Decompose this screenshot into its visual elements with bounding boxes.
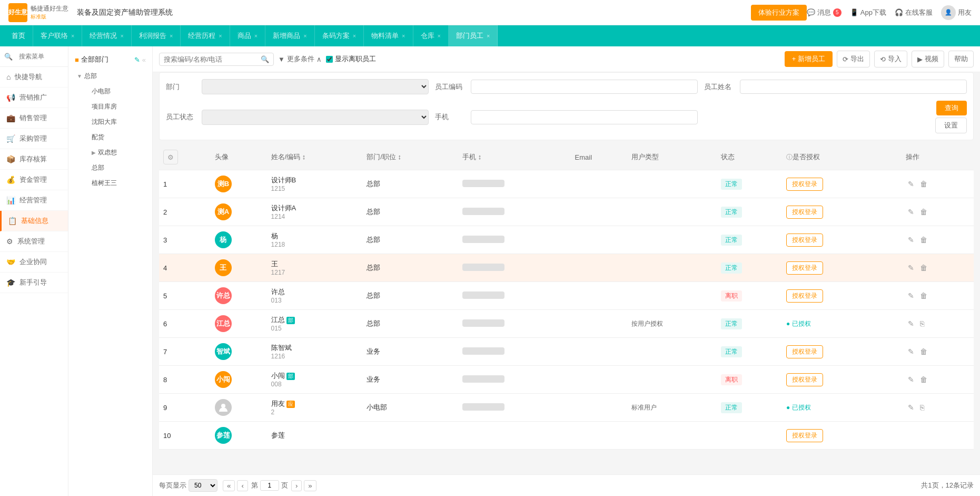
online-service-button[interactable]: 🎧 在线客服: [895, 8, 933, 17]
next-page-button[interactable]: ›: [291, 480, 302, 491]
sidebar-item-sales[interactable]: 💼 销售管理: [0, 108, 68, 129]
tab-history[interactable]: 经营历程×: [181, 25, 230, 46]
close-icon[interactable]: ×: [438, 33, 441, 39]
first-page-button[interactable]: «: [223, 480, 235, 491]
delete-button[interactable]: 🗑: [918, 374, 929, 385]
phone-input[interactable]: [471, 110, 698, 124]
sidebar-item-collab[interactable]: 🤝 企业协同: [0, 252, 68, 273]
sidebar-item-purchase[interactable]: 🛒 采购管理: [0, 129, 68, 149]
delete-button[interactable]: 🗑: [918, 179, 929, 189]
dept-select[interactable]: [202, 79, 429, 94]
app-download-button[interactable]: 📱 App下载: [850, 8, 886, 17]
tab-employee[interactable]: 部门员工×: [449, 25, 498, 46]
dept-item-general[interactable]: ▼总部: [68, 69, 152, 84]
dept-edit-icon[interactable]: ✎: [134, 56, 140, 64]
close-icon[interactable]: ×: [254, 33, 258, 39]
export-button[interactable]: ⟳ 导出: [837, 51, 870, 67]
last-page-button[interactable]: »: [304, 480, 316, 491]
tab-goods[interactable]: 商品×: [230, 25, 265, 46]
close-icon[interactable]: ×: [487, 33, 490, 39]
message-button[interactable]: 💬 消息 5: [807, 8, 842, 17]
copy-button[interactable]: ⎘: [918, 402, 926, 413]
auth-button[interactable]: 授权登录: [786, 429, 823, 442]
sidebar-item-guide[interactable]: 🎓 新手引导: [0, 273, 68, 293]
user-menu[interactable]: 👤 用友: [941, 5, 972, 20]
close-icon[interactable]: ×: [120, 33, 123, 39]
dept-item-small-elec[interactable]: 小电部: [83, 84, 152, 99]
sidebar-item-operations[interactable]: 📊 经营管理: [0, 190, 68, 211]
add-employee-button[interactable]: + 新增员工: [785, 51, 833, 67]
edit-button[interactable]: ✎: [906, 374, 916, 385]
tab-profit[interactable]: 利润报告×: [132, 25, 181, 46]
delete-button[interactable]: 🗑: [918, 290, 929, 301]
sidebar-item-marketing[interactable]: 📢 营销推广: [0, 87, 68, 108]
tab-add-goods[interactable]: 新增商品×: [265, 25, 314, 46]
show-resigned-checkbox[interactable]: [326, 56, 333, 63]
page-size-select[interactable]: 10 20 50 100: [189, 479, 217, 492]
auth-button[interactable]: 授权登录: [786, 206, 823, 219]
tab-bom[interactable]: 物料清单×: [364, 25, 413, 46]
prev-page-button[interactable]: ‹: [237, 480, 248, 491]
dept-collapse-icon[interactable]: «: [142, 56, 146, 64]
auth-button[interactable]: 授权登录: [786, 345, 823, 358]
sidebar-item-quicknav[interactable]: ⌂ 快捷导航: [0, 67, 68, 87]
tab-customer[interactable]: 客户联络×: [33, 25, 82, 46]
dept-item-shenyang[interactable]: 沈阳大库: [83, 114, 152, 130]
dept-item-dual[interactable]: ▶双虑想: [83, 145, 152, 160]
delete-button[interactable]: 🗑: [918, 207, 929, 217]
reset-button[interactable]: 设置: [935, 118, 967, 133]
edit-button[interactable]: ✎: [906, 318, 916, 329]
edit-button[interactable]: ✎: [906, 235, 916, 245]
trial-button[interactable]: 体验行业方案: [751, 5, 807, 21]
edit-button[interactable]: ✎: [906, 402, 916, 413]
sidebar-item-basic[interactable]: 📋 基础信息: [0, 211, 68, 231]
auth-button[interactable]: 授权登录: [786, 178, 823, 191]
edit-button[interactable]: ✎: [906, 207, 916, 217]
col-dept[interactable]: 部门/职位 ↕: [362, 144, 458, 170]
help-button[interactable]: 帮助: [948, 51, 974, 67]
close-icon[interactable]: ×: [353, 33, 356, 39]
auth-button[interactable]: 授权登录: [786, 289, 823, 303]
sidebar-item-inventory[interactable]: 📦 库存核算: [0, 149, 68, 170]
close-icon[interactable]: ×: [219, 33, 222, 39]
close-icon[interactable]: ×: [303, 33, 306, 39]
edit-button[interactable]: ✎: [906, 179, 916, 189]
auth-button[interactable]: 授权登录: [786, 234, 823, 247]
search-input[interactable]: [164, 55, 259, 63]
sidebar-item-finance[interactable]: 💰 资金管理: [0, 170, 68, 190]
delete-button[interactable]: 🗑: [918, 235, 929, 245]
sidebar-item-system[interactable]: ⚙ 系统管理: [0, 231, 68, 252]
show-resigned-toggle[interactable]: 显示离职员工: [326, 54, 376, 64]
edit-button[interactable]: ✎: [906, 262, 916, 273]
dept-item-project[interactable]: 项目库房: [83, 99, 152, 114]
auth-button[interactable]: 授权登录: [786, 373, 823, 386]
tab-business[interactable]: 经营情况×: [82, 25, 131, 46]
emp-code-input[interactable]: [471, 80, 698, 94]
auth-button[interactable]: 授权登录: [786, 261, 823, 275]
edit-button[interactable]: ✎: [906, 346, 916, 357]
emp-name-input[interactable]: [740, 80, 967, 94]
dept-item-hq[interactable]: 总部: [83, 160, 152, 176]
delete-button[interactable]: 🗑: [918, 262, 929, 273]
col-phone[interactable]: 手机 ↕: [458, 144, 570, 170]
tab-barcode[interactable]: 条码方案×: [315, 25, 364, 46]
view-button[interactable]: ▶ 视频: [912, 51, 944, 67]
tab-home[interactable]: 首页: [4, 25, 33, 46]
import-button[interactable]: ⟲ 导入: [874, 51, 907, 67]
search-button[interactable]: 查询: [936, 101, 967, 115]
sidebar-search-input[interactable]: [15, 51, 64, 62]
col-name[interactable]: 姓名/编码 ↕: [267, 144, 363, 170]
delete-button[interactable]: 🗑: [918, 346, 929, 357]
column-settings-icon[interactable]: ⚙: [163, 150, 178, 164]
page-number-input[interactable]: [260, 480, 279, 491]
status-select[interactable]: [202, 110, 429, 125]
auth-info-icon[interactable]: ⓘ: [786, 153, 793, 161]
edit-button[interactable]: ✎: [906, 290, 916, 301]
dept-item-distribution[interactable]: 配货: [83, 130, 152, 145]
tab-warehouse[interactable]: 仓库×: [413, 25, 449, 46]
copy-button[interactable]: ⎘: [918, 318, 926, 329]
more-filters-button[interactable]: ▼ 更多条件 ∧: [278, 54, 322, 64]
close-icon[interactable]: ×: [402, 33, 405, 39]
dept-item-planting[interactable]: 植树王三: [83, 176, 152, 191]
close-icon[interactable]: ×: [170, 33, 173, 39]
